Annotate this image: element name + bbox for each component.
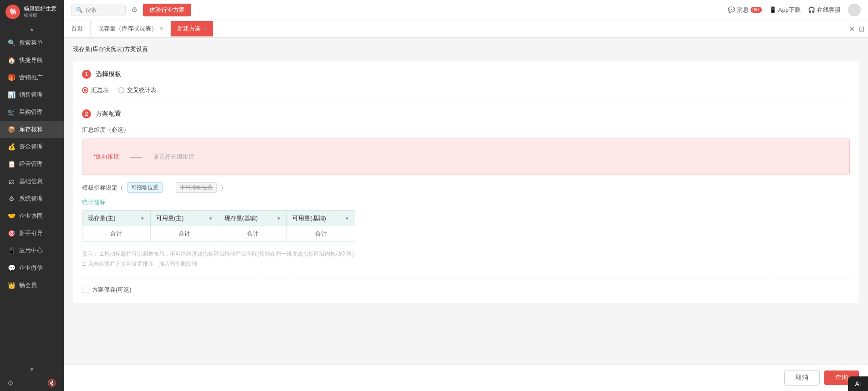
sidebar-label-member: 畅会员	[19, 281, 37, 289]
col-1-chevron: ▼	[209, 216, 213, 221]
step2-label: 方案配置	[96, 110, 121, 118]
tab-new-plan[interactable]: 新建方案 ×	[171, 21, 213, 36]
stats-col-0[interactable]: 现存量(主) ▼	[82, 211, 151, 226]
sidebar-item-apps[interactable]: 📱 应用中心	[0, 242, 64, 259]
stats-table-body: 合计 合计 合计 合计	[82, 226, 355, 242]
topbar: 🔍 ⚙ 体验行业方案 💬 消息 99+ 📱 App下载 🎧 在线客服	[64, 0, 868, 20]
message-item[interactable]: 💬 消息 99+	[728, 6, 762, 14]
sidebar-label-wechat: 企业微信	[19, 264, 43, 272]
indicator-config-label: 模板指标设定（	[82, 184, 123, 192]
logo-icon: 畅	[5, 5, 20, 19]
stats-col-1[interactable]: 可用量(主) ▼	[151, 211, 219, 226]
sidebar-item-purchase[interactable]: 🛒 采购管理	[0, 103, 64, 121]
sidebar-scroll-up[interactable]: ▲	[0, 24, 64, 34]
topbar-search-box: 🔍	[71, 5, 126, 15]
search-input[interactable]	[86, 7, 117, 13]
sidebar-label-newbie: 新手引导	[19, 229, 43, 237]
stats-col-0-label: 现存量(主)	[88, 214, 116, 222]
tab-home-label: 首页	[71, 25, 83, 33]
config-card: 1 选择模板 汇总表 交叉统计表 2 方案配置 汇总维度（必选）	[73, 61, 859, 303]
radio-cross[interactable]: 交叉统计表	[118, 86, 157, 94]
sidebar-item-inventory[interactable]: 📦 库存核算	[0, 121, 64, 138]
tab-home[interactable]: 首页	[64, 20, 91, 37]
step2-header: 2 方案配置	[82, 109, 850, 118]
customer-service-item[interactable]: 🎧 在线客服	[808, 6, 841, 14]
stats-col-3[interactable]: 可用量(基辅) ▼	[287, 211, 355, 226]
save-checkbox[interactable]	[82, 287, 88, 293]
logo-name: 畅康通好生意	[24, 5, 56, 13]
sidebar-item-sales[interactable]: 📊 销售管理	[0, 86, 64, 103]
industry-plan-button[interactable]: 体验行业方案	[143, 4, 191, 16]
tab-new-label: 新建方案	[177, 25, 201, 33]
sidebar-item-newbie[interactable]: 🎯 新手引导	[0, 225, 64, 242]
radio-summary-label: 汇总表	[91, 86, 109, 94]
gear-icon[interactable]: ⚙	[131, 5, 138, 14]
sidebar-scroll-down[interactable]: ▼	[0, 365, 64, 375]
save-checkbox-row: 方案保存(可选)	[82, 286, 850, 294]
tab-close-all-icon[interactable]: ✕	[849, 25, 855, 33]
dimension-placeholder: *纵向维度 —— 请选择分组维度	[93, 153, 194, 161]
step1-label: 选择模板	[96, 70, 121, 78]
folder-icon: 🗂	[7, 177, 15, 185]
dimension-area[interactable]: *纵向维度 —— 请选择分组维度	[82, 139, 850, 175]
indicator-config-suffix: ）	[220, 184, 226, 192]
sidebar-item-wechat[interactable]: 💬 企业微信	[0, 259, 64, 277]
search-icon: 🔍	[7, 39, 15, 47]
sidebar-logo: 畅 畅康通好生意 标准版	[0, 0, 64, 24]
tip-line-1: 提示： 1.拖动标题栏可以调整布局，不可跨维度或指标区域拖动栏目字段(只能在同一…	[82, 249, 850, 259]
sidebar-label-finance: 资金管理	[19, 143, 43, 151]
indicator-config-separator	[166, 184, 172, 192]
stats-col-2[interactable]: 现存量(基辅) ▼	[219, 211, 287, 226]
cancel-button[interactable]: 取消	[784, 370, 820, 386]
stats-col-3-label: 可用量(基辅)	[292, 214, 326, 222]
sidebar-nav: 🔍 搜索菜单 🏠 快捷导航 🎁 营销推广 📊 销售管理 🛒 采购管理 📦 库存核…	[0, 34, 64, 365]
sidebar-item-search[interactable]: 🔍 搜索菜单	[0, 34, 64, 51]
sidebar-item-basic[interactable]: 🗂 基础信息	[0, 173, 64, 190]
stats-col-1-label: 可用量(主)	[156, 214, 184, 222]
stats-body-1: 合计	[151, 226, 219, 242]
stats-label: 统计指标	[82, 198, 850, 206]
sidebar-item-marketing[interactable]: 🎁 营销推广	[0, 69, 64, 86]
user-avatar[interactable]	[848, 4, 861, 16]
draggable-tag: 可拖动位置	[127, 182, 163, 193]
sidebar-item-member[interactable]: 👑 畅会员	[0, 277, 64, 294]
message-label: 消息	[737, 6, 749, 14]
box-icon: 📦	[7, 125, 15, 134]
tab-inventory-status[interactable]: 现存量（库存状况表） ×	[91, 20, 171, 37]
stats-body-0: 合计	[82, 226, 151, 242]
ai-float-button[interactable]: Ai	[848, 376, 868, 391]
sidebar-label-sales: 销售管理	[19, 91, 43, 99]
radio-summary[interactable]: 汇总表	[82, 86, 109, 94]
tab-new-close[interactable]: ×	[204, 26, 207, 31]
sidebar-label-marketing: 营销推广	[19, 73, 43, 82]
sidebar-item-operation[interactable]: 📋 经营管理	[0, 155, 64, 173]
sidebar-item-shortcut[interactable]: 🏠 快捷导航	[0, 51, 64, 69]
home-icon: 🏠	[7, 56, 15, 64]
sidebar-label-apps: 应用中心	[19, 247, 43, 255]
sidebar-label-shortcut: 快捷导航	[19, 56, 43, 64]
divider-2	[82, 278, 850, 278]
sidebar-item-finance[interactable]: 💰 资金管理	[0, 138, 64, 155]
gear-icon: ⚙	[7, 195, 15, 203]
settings-icon[interactable]: ⚙	[7, 379, 14, 387]
sidebar-bottom: ⚙ 🔇	[0, 375, 64, 391]
crown-icon: 👑	[7, 281, 15, 289]
clipboard-icon: 📋	[7, 160, 15, 168]
gift-icon: 🎁	[7, 73, 15, 82]
mute-icon[interactable]: 🔇	[47, 379, 56, 387]
not-draggable-tag: 不可拖动位置	[176, 182, 217, 193]
app-download-label: App下载	[778, 6, 801, 14]
search-icon: 🔍	[76, 7, 83, 13]
app-download-item[interactable]: 📱 App下载	[769, 6, 801, 14]
tab-inventory-close[interactable]: ×	[160, 26, 163, 31]
tab-expand-icon[interactable]: ⊡	[858, 25, 864, 33]
tab-inventory-label: 现存量（库存状况表）	[98, 25, 157, 33]
message-badge: 99+	[751, 7, 762, 13]
sidebar-item-system[interactable]: ⚙ 系统管理	[0, 190, 64, 207]
sidebar-item-corp[interactable]: 🤝 企业协同	[0, 207, 64, 225]
page-title: 现存量(库存状况表)方案设置	[73, 45, 859, 53]
page-content: 现存量(库存状况表)方案设置 1 选择模板 汇总表 交叉统计表 2	[64, 38, 868, 364]
cart-icon: 🛒	[7, 108, 15, 116]
tabs-bar: 首页 现存量（库存状况表） × 新建方案 × ✕ ⊡	[64, 20, 868, 38]
sidebar-item-label: 搜索菜单	[19, 39, 43, 47]
